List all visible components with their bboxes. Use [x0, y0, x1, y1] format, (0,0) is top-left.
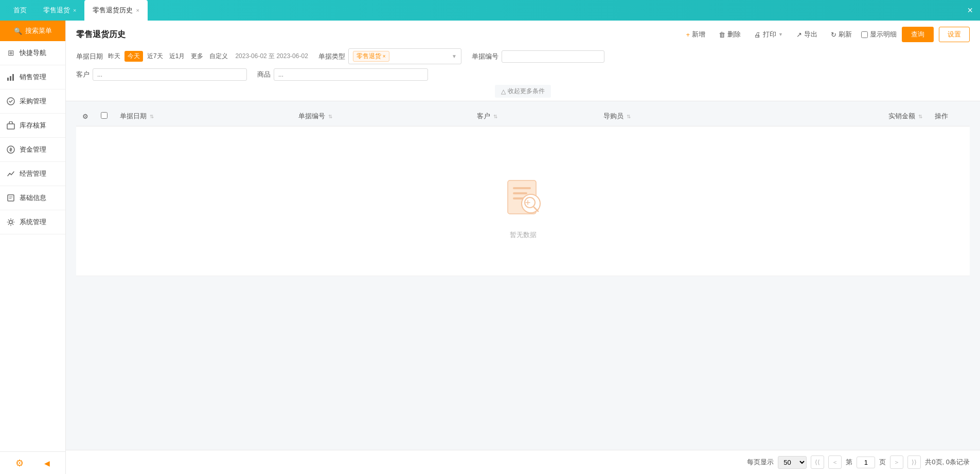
th-checkbox[interactable] [95, 106, 114, 126]
tab-home[interactable]: + 新增 首页 [5, 0, 35, 21]
refresh-icon: ↻ [831, 31, 836, 39]
date-shortcut-yesterday[interactable]: 昨天 [106, 51, 122, 62]
filter-row-2: 客户 商品 [76, 68, 970, 81]
window-close-button[interactable]: × [960, 0, 980, 21]
sidebar-item-quick-nav[interactable]: ⊞ 快捷导航 [0, 41, 65, 65]
sidebar-search-bar[interactable]: 🔍 搜索菜单 [0, 21, 65, 41]
sort-doc-no-icon: ⇅ [328, 114, 332, 119]
print-button[interactable]: 🖨 打印 ▼ [750, 28, 787, 41]
pagination-bar: 每页显示 50 20 100 200 ⟨⟨ ＜ 第 页 ＞ ⟩⟩ 共0页, 0条… [66, 450, 980, 474]
export-button[interactable]: ↗ 导出 [792, 28, 822, 41]
filter-area: 单据日期 昨天 今天 近7天 近1月 更多 自定义 2023-06-02 至 2… [76, 48, 970, 98]
th-settings[interactable]: ⚙ [76, 106, 95, 126]
date-filter-label: 单据日期 [76, 52, 103, 61]
settings-bottom-icon[interactable]: ⚙ [15, 458, 24, 469]
search-icon: 🔍 [14, 27, 22, 35]
date-shortcut-custom[interactable]: 自定义 [207, 51, 230, 62]
sort-amount-icon: ⇅ [918, 114, 922, 119]
sidebar-item-label: 资金管理 [20, 145, 46, 154]
collapse-sidebar-icon[interactable]: ◀ [44, 459, 50, 467]
print-icon: 🖨 [754, 31, 761, 39]
doc-type-tag: 零售退货 × [353, 51, 389, 62]
per-page-select[interactable]: 50 20 100 200 [778, 456, 807, 469]
main-layout: 🔍 搜索菜单 ⊞ 快捷导航 销售管理 采购管理 库存核算 [0, 21, 980, 474]
delete-icon: 🗑 [719, 31, 725, 39]
goods-input[interactable] [274, 68, 428, 81]
query-button[interactable]: 查询 [902, 27, 934, 42]
sidebar-item-sales-mgmt[interactable]: 销售管理 [0, 65, 65, 89]
svg-rect-1 [10, 76, 11, 81]
page-title: 零售退货历史 [76, 29, 126, 40]
page-unit-label: 页 [879, 458, 886, 467]
empty-illustration [497, 173, 549, 224]
print-dropdown-icon: ▼ [778, 32, 783, 37]
doc-type-label: 单据类型 [318, 52, 345, 61]
date-range-display: 2023-06-02 至 2023-06-02 [235, 52, 308, 61]
filter-goods: 商品 [257, 68, 428, 81]
show-detail-label: 显示明细 [861, 30, 897, 39]
delete-button[interactable]: 🗑 删除 [715, 28, 745, 41]
svg-rect-9 [513, 187, 531, 189]
svg-rect-6 [8, 195, 14, 201]
refresh-button[interactable]: ↻ 刷新 [827, 28, 856, 41]
top-bar: + 新增 首页 零售退货 × 零售退货历史 × × [0, 0, 980, 21]
svg-rect-10 [513, 192, 527, 194]
sidebar-item-finance[interactable]: 资金管理 [0, 138, 65, 162]
filter-doc-type: 单据类型 零售退货 × ▼ [318, 48, 461, 64]
next-page-button[interactable]: ＞ [890, 455, 903, 469]
sidebar-item-purchase-mgmt[interactable]: 采购管理 [0, 89, 65, 114]
sidebar-item-basic-info[interactable]: 基础信息 [0, 186, 65, 210]
collapse-filter-button[interactable]: △ 收起更多条件 [495, 85, 551, 98]
sidebar-item-label: 库存核算 [20, 121, 46, 130]
th-customer[interactable]: 客户 ⇅ [471, 106, 597, 126]
svg-rect-4 [7, 124, 14, 129]
collapse-icon: △ [501, 88, 506, 95]
page-header: 零售退货历史 + 新增 🗑 删除 🖨 打印 ▼ [66, 21, 980, 101]
date-shortcut-1month[interactable]: 近1月 [167, 51, 187, 62]
filter-customer: 客户 [76, 68, 247, 81]
svg-point-7 [9, 221, 12, 224]
doc-type-tag-close[interactable]: × [383, 53, 386, 59]
table-header-row: ⚙ 单据日期 ⇅ 单据编号 ⇅ [76, 106, 970, 126]
sidebar-bottom: ⚙ ◀ [0, 451, 65, 474]
sidebar-item-operations[interactable]: 经营管理 [0, 162, 65, 186]
select-all-checkbox[interactable] [101, 112, 108, 119]
page-title-row: 零售退货历史 + 新增 🗑 删除 🖨 打印 ▼ [76, 27, 970, 42]
page-label: 第 [846, 458, 852, 467]
doc-no-input[interactable] [502, 50, 604, 63]
export-icon: ↗ [796, 31, 802, 39]
doc-type-select[interactable]: 零售退货 × ▼ [348, 48, 461, 64]
th-doc-no[interactable]: 单据编号 ⇅ [292, 106, 471, 126]
date-shortcut-7days[interactable]: 近7天 [145, 51, 165, 62]
th-actions: 操作 [929, 106, 970, 126]
prev-page-button[interactable]: ＜ [828, 455, 842, 469]
show-detail-checkbox[interactable] [861, 31, 868, 38]
first-page-button[interactable]: ⟨⟨ [811, 455, 824, 469]
sales-mgmt-icon [6, 72, 15, 82]
sidebar-item-inventory[interactable]: 库存核算 [0, 114, 65, 138]
date-shortcut-more[interactable]: 更多 [189, 51, 205, 62]
purchase-mgmt-icon [6, 97, 15, 106]
sidebar-item-sys-mgmt[interactable]: 系统管理 [0, 210, 65, 234]
sidebar-item-label: 经营管理 [20, 169, 46, 178]
finance-icon [6, 145, 15, 154]
tab-retail-return-history-close[interactable]: × [136, 7, 139, 13]
new-button[interactable]: + 新增 [682, 28, 709, 41]
th-doc-date[interactable]: 单据日期 ⇅ [114, 106, 292, 126]
last-page-button[interactable]: ⟩⟩ [907, 455, 921, 469]
customer-input[interactable] [93, 68, 247, 81]
operations-icon [6, 169, 15, 178]
sidebar-item-label: 系统管理 [20, 217, 46, 227]
tab-retail-return-close[interactable]: × [73, 7, 76, 13]
setting-button[interactable]: 设置 [939, 27, 970, 42]
doc-type-dropdown-icon: ▼ [452, 53, 457, 59]
tab-retail-return-history[interactable]: 零售退货历史 × [84, 0, 147, 21]
tab-retail-return[interactable]: 零售退货 × [35, 0, 84, 21]
th-guide[interactable]: 导购员 ⇅ [597, 106, 750, 126]
empty-state-row: 暂无数据 [76, 126, 970, 276]
page-number-input[interactable] [857, 457, 875, 468]
customer-label: 客户 [76, 70, 90, 79]
sidebar-item-label: 快捷导航 [20, 48, 46, 58]
date-shortcut-today[interactable]: 今天 [124, 51, 143, 62]
th-amount[interactable]: 实销金额 ⇅ [750, 106, 929, 126]
